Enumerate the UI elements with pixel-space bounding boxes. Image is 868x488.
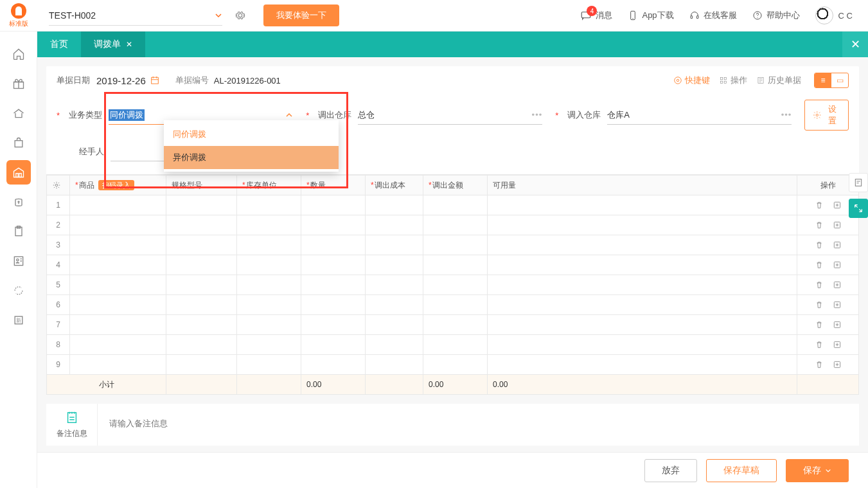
logo: 标准版 <box>0 3 37 28</box>
svg-rect-4 <box>696 16 698 19</box>
top-header: 标准版 TEST-H002 我要体验一下 消息 4 App下载 在线客服 帮助中… <box>0 0 868 32</box>
logo-text: 标准版 <box>9 19 28 28</box>
svg-point-6 <box>757 17 757 18</box>
logo-icon <box>11 3 26 19</box>
user-menu[interactable]: C C <box>815 6 853 24</box>
org-settings-icon[interactable] <box>235 10 245 21</box>
org-selector[interactable]: TEST-H002 <box>49 5 222 26</box>
avatar-icon <box>815 6 833 24</box>
help-center-label: 帮助中心 <box>766 10 800 21</box>
org-name: TEST-H002 <box>49 10 96 21</box>
chevron-down-icon <box>215 12 222 19</box>
help-center-button[interactable]: 帮助中心 <box>752 10 800 21</box>
app-download-button[interactable]: App下载 <box>628 10 673 21</box>
trial-button[interactable]: 我要体验一下 <box>263 5 339 26</box>
svg-rect-3 <box>691 16 693 19</box>
messages-label: 消息 <box>596 10 612 21</box>
online-service-label: 在线客服 <box>704 10 737 21</box>
messages-button[interactable]: 消息 4 <box>580 10 612 21</box>
user-name: C C <box>838 11 853 21</box>
svg-point-2 <box>633 18 633 19</box>
online-service-button[interactable]: 在线客服 <box>689 10 737 21</box>
app-download-label: App下载 <box>642 10 673 21</box>
